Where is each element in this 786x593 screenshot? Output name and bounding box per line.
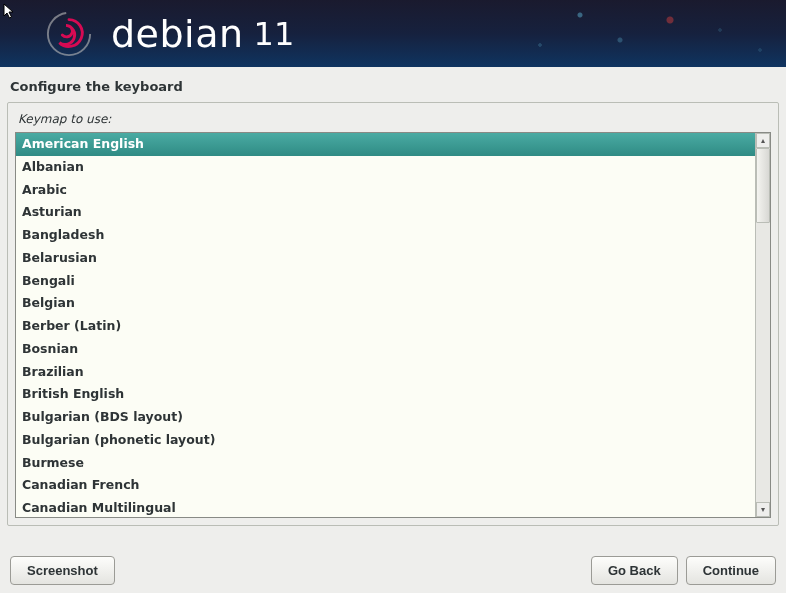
brand-version: 11 — [254, 15, 295, 53]
list-item[interactable]: Asturian — [16, 201, 755, 224]
list-item[interactable]: Arabic — [16, 179, 755, 202]
list-item[interactable]: Bengali — [16, 270, 755, 293]
list-item[interactable]: Bulgarian (phonetic layout) — [16, 429, 755, 452]
brand-name: debian — [111, 12, 244, 56]
scroll-down-button[interactable]: ▾ — [756, 502, 770, 517]
keyboard-panel: Keymap to use: American EnglishAlbanianA… — [7, 102, 779, 526]
scroll-thumb[interactable] — [756, 148, 770, 223]
scrollbar[interactable]: ▴ ▾ — [755, 133, 770, 517]
page-title: Configure the keyboard — [0, 67, 786, 102]
go-back-button[interactable]: Go Back — [591, 556, 678, 585]
screenshot-button[interactable]: Screenshot — [10, 556, 115, 585]
button-bar: Screenshot Go Back Continue — [0, 556, 786, 585]
continue-button[interactable]: Continue — [686, 556, 776, 585]
scroll-up-button[interactable]: ▴ — [756, 133, 770, 148]
list-item[interactable]: Canadian Multilingual — [16, 497, 755, 517]
list-item[interactable]: Bangladesh — [16, 224, 755, 247]
installer-header: debian 11 — [0, 0, 786, 67]
keymap-label: Keymap to use: — [8, 103, 778, 132]
list-item[interactable]: Burmese — [16, 452, 755, 475]
keymap-listbox-container: American EnglishAlbanianArabicAsturianBa… — [15, 132, 771, 518]
keymap-listbox[interactable]: American EnglishAlbanianArabicAsturianBa… — [16, 133, 755, 517]
list-item[interactable]: Bosnian — [16, 338, 755, 361]
debian-swirl-icon — [45, 10, 93, 58]
mouse-cursor — [3, 3, 17, 25]
list-item[interactable]: Albanian — [16, 156, 755, 179]
list-item[interactable]: Brazilian — [16, 361, 755, 384]
list-item[interactable]: Belarusian — [16, 247, 755, 270]
list-item[interactable]: Bulgarian (BDS layout) — [16, 406, 755, 429]
list-item[interactable]: British English — [16, 383, 755, 406]
list-item[interactable]: Canadian French — [16, 474, 755, 497]
list-item[interactable]: Berber (Latin) — [16, 315, 755, 338]
list-item[interactable]: Belgian — [16, 292, 755, 315]
list-item[interactable]: American English — [16, 133, 755, 156]
